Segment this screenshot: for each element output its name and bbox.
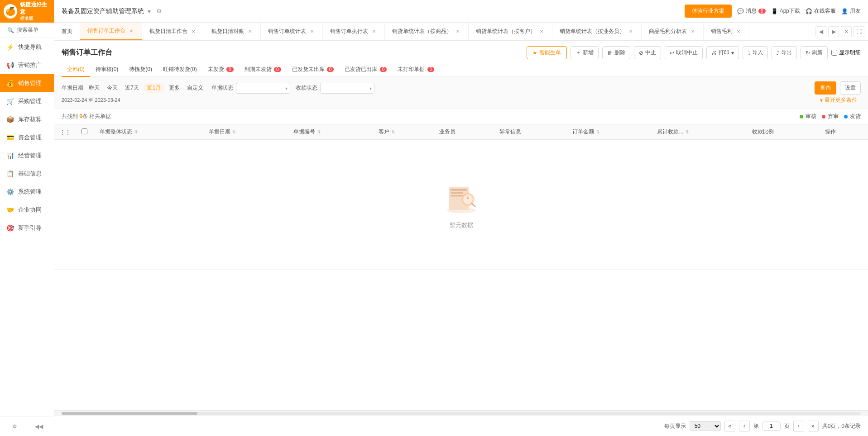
th-customer[interactable]: 客户 ⇅	[373, 124, 434, 140]
sidebar-item-collab[interactable]: 🤝 企业协同	[0, 201, 54, 219]
payment-select[interactable]	[320, 83, 374, 94]
tab-prev-btn[interactable]: ◀	[815, 26, 826, 37]
tab-fullscreen-btn[interactable]: ⛶	[854, 26, 864, 37]
scrollbar-thumb[interactable]	[62, 412, 197, 415]
cancel-review-btn[interactable]: 弃审	[822, 113, 839, 120]
sidebar-item-management[interactable]: 📊 经营管理	[0, 147, 54, 165]
table-container: ⋮⋮ 单据整体状态 ⇅	[54, 124, 868, 410]
app-download-btn[interactable]: 📱 App下载	[771, 7, 800, 15]
tab-close-customer[interactable]: ✕	[538, 28, 545, 35]
filter-tab-unshipped[interactable]: 未发货 0	[202, 63, 239, 77]
page-input[interactable]	[762, 422, 781, 431]
filter-tab-pending[interactable]: 待审核(0)	[90, 63, 124, 77]
delete-btn[interactable]: 🗑 删除	[602, 46, 630, 59]
filter-tab-picking[interactable]: 待拣货(0)	[124, 63, 158, 77]
user-btn[interactable]: 👤 用友	[841, 7, 861, 15]
sidebar-item-basic[interactable]: 📋 基础信息	[0, 165, 54, 183]
date-7days[interactable]: 近7天	[122, 83, 142, 93]
tab-sales-workbench[interactable]: 销售订单工作台 ✕	[80, 23, 142, 40]
trial-btn[interactable]: 体验行业方案	[685, 5, 732, 18]
tab-close-sales[interactable]: ✕	[128, 28, 134, 34]
tab-close-goods[interactable]: ✕	[455, 28, 461, 35]
scrollbar-track[interactable]	[62, 412, 861, 415]
sidebar-item-nav[interactable]: ⚡ 快捷导航	[0, 38, 54, 56]
sidebar-item-finance[interactable]: 💳 资金管理	[0, 128, 54, 147]
show-detail-checkbox[interactable]	[831, 50, 837, 56]
sidebar-item-sales[interactable]: 💰 销售管理	[0, 74, 54, 92]
date-yesterday[interactable]: 昨天	[86, 83, 102, 93]
th-date[interactable]: 单据日期 ⇅	[203, 124, 288, 140]
refresh-btn[interactable]: ↻ 刷新	[801, 46, 828, 59]
message-btn[interactable]: 💬 消息 6	[737, 7, 766, 15]
tab-sales-stats[interactable]: 销售订单统计表 ✕	[261, 23, 323, 40]
tab-home[interactable]: 首页	[54, 23, 80, 40]
tab-sales-gross[interactable]: 销售毛利 ✕	[704, 23, 749, 40]
filter-tab-wangpu[interactable]: 旺铺待发货(0)	[158, 63, 202, 77]
filter-tab-shipped-out[interactable]: 已发货已出库 0	[339, 63, 392, 77]
tab-sales-staff[interactable]: 销货单统计表（按业务员） ✕	[552, 23, 642, 40]
phone-icon: 📱	[771, 8, 778, 14]
tab-close-stats[interactable]: ✕	[309, 28, 315, 35]
sidebar-item-guide[interactable]: 🎯 新手引导	[0, 219, 54, 237]
next-page-btn[interactable]: ›	[793, 421, 804, 431]
page-size-select[interactable]: 50 10 20 100	[690, 421, 721, 431]
status-select[interactable]	[236, 83, 290, 94]
review-btn[interactable]: 审核	[800, 113, 816, 120]
tab-sales-exec[interactable]: 销售订单执行表 ✕	[323, 23, 385, 40]
query-btn[interactable]: 查询	[815, 81, 836, 95]
tab-next-btn[interactable]: ▶	[828, 26, 839, 37]
th-number[interactable]: 单据编号 ⇅	[288, 124, 373, 140]
export-btn[interactable]: ⤴ 导出	[772, 46, 797, 59]
add-btn[interactable]: ＋ 新增	[571, 46, 599, 59]
filter-tab-overdue[interactable]: 到期未发货 0	[239, 63, 287, 77]
online-service-btn[interactable]: 🎧 在线客服	[806, 7, 836, 15]
tab-close-analysis[interactable]: ✕	[690, 28, 696, 35]
tab-cash-daily[interactable]: 钱货日清工作台 ✕	[142, 23, 204, 40]
select-all-checkbox[interactable]	[82, 128, 87, 134]
date-today[interactable]: 今天	[104, 83, 120, 93]
date-more[interactable]: 更多	[166, 83, 182, 93]
th-amount[interactable]: 订单金额 ⇅	[567, 124, 652, 140]
sidebar-search[interactable]: 🔍 搜索菜单	[0, 23, 54, 38]
tab-sales-customer[interactable]: 销货单统计表（按客户） ✕	[469, 23, 552, 40]
tab-gross-analysis[interactable]: 商品毛利分析表 ✕	[642, 23, 704, 40]
dropdown-icon[interactable]: ▾	[148, 8, 151, 15]
prev-page-btn[interactable]: ‹	[739, 421, 750, 431]
tab-cash-reconcile[interactable]: 钱货日清对账 ✕	[204, 23, 261, 40]
th-accumulated[interactable]: 累计收款... ⇅	[652, 124, 747, 140]
collapse-btn[interactable]: ◀◀	[29, 422, 50, 431]
guide-icon: 🎯	[5, 223, 14, 232]
sidebar-item-purchase[interactable]: 🛒 采购管理	[0, 92, 54, 110]
filter-tab-unprinted[interactable]: 未打印单据 0	[392, 63, 440, 77]
date-1month[interactable]: 近1月	[144, 83, 165, 93]
stop-btn[interactable]: ⊘ 中止	[634, 46, 661, 59]
ship-btn[interactable]: 发货	[844, 113, 861, 120]
search-settings-btn[interactable]: 设置	[840, 81, 861, 95]
tab-close-staff[interactable]: ✕	[628, 28, 634, 35]
cancel-stop-btn[interactable]: ↩ 取消中止	[665, 46, 703, 59]
last-page-btn[interactable]: »	[808, 421, 819, 431]
tab-close-reconcile[interactable]: ✕	[247, 28, 253, 35]
import-btn[interactable]: ⤵ 导入	[743, 46, 768, 59]
tab-sales-goods[interactable]: 销货单统计表（按商品） ✕	[385, 23, 469, 40]
settings-btn[interactable]: ⚙	[5, 422, 25, 431]
filter-tab-shipped-noout[interactable]: 已发货未出库 0	[287, 63, 340, 77]
tab-close-gross[interactable]: ✕	[735, 28, 742, 35]
tab-close-exec[interactable]: ✕	[371, 28, 377, 35]
tab-close-cash[interactable]: ✕	[190, 28, 197, 35]
date-custom[interactable]: 自定义	[184, 83, 206, 93]
sidebar-item-system[interactable]: ⚙️ 系统管理	[0, 183, 54, 201]
smart-create-btn[interactable]: ★ 智能生单	[527, 46, 567, 59]
print-btn[interactable]: 🖨 打印 ▾	[706, 46, 739, 59]
expand-conditions-btn[interactable]: ▾ 展开更多条件	[816, 96, 861, 104]
th-status[interactable]: 单据整体状态 ⇅	[94, 124, 203, 140]
first-page-btn[interactable]: «	[724, 421, 735, 431]
tab-close-all-btn[interactable]: ✕	[841, 26, 852, 37]
show-detail-label[interactable]: 显示明细	[831, 49, 861, 57]
sidebar-item-inventory[interactable]: 📦 库存核算	[0, 110, 54, 128]
sort-amount-icon: ⇅	[596, 129, 599, 134]
settings-icon[interactable]: ⚙	[156, 8, 162, 15]
filter-tab-all[interactable]: 全部(0)	[62, 63, 90, 77]
sort-number-icon: ⇅	[317, 129, 321, 134]
sidebar-item-marketing[interactable]: 📢 营销推广	[0, 56, 54, 74]
